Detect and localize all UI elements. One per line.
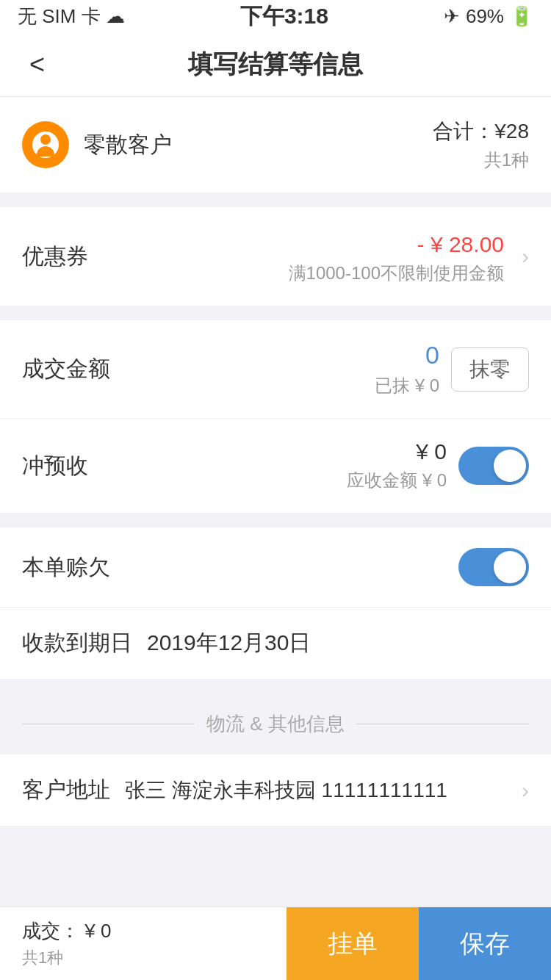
bottom-deal: 成交： ¥ 0 [22,918,264,944]
battery-icon: 🔋 [510,5,533,28]
prepay-value: ¥ 0 [347,439,447,464]
page-title: 填写结算等信息 [188,48,363,82]
deal-amount-row: 成交金额 0 已抹 ¥ 0 抹零 [0,320,551,419]
coupon-row[interactable]: 优惠券 - ¥ 28.00 满1000-100不限制使用金额 › [0,207,551,306]
customer-section: 零散客户 合计：¥28 共1种 [0,97,551,192]
coupon-label: 优惠券 [22,242,88,272]
location-icon: ✈ [444,5,460,28]
due-date-row: 收款到期日 2019年12月30日 [0,608,551,679]
deal-amount-label: 成交金额 [22,354,110,384]
customer-name: 零散客户 [84,130,172,160]
status-bar: 无 SIM 卡 ☁ 下午3:18 ✈ 69% 🔋 [0,0,551,32]
save-button[interactable]: 保存 [419,907,551,980]
customer-total: 合计：¥28 共1种 [433,118,529,172]
due-date-label: 收款到期日 [22,628,132,658]
bottom-deal-value: ¥ 0 [84,920,111,942]
battery-status: 69% [466,5,504,28]
address-row[interactable]: 客户地址 张三 海淀永丰科技园 11111111111 › [0,754,551,826]
sim-status: 无 SIM 卡 ☁ [18,4,125,29]
logistics-header: 物流 & 其他信息 [0,693,551,754]
prepay-toggle[interactable] [458,447,529,485]
debt-label: 本单赊欠 [22,552,110,583]
total-count: 共1种 [433,148,529,172]
debt-section: 本单赊欠 收款到期日 2019年12月30日 [0,527,551,679]
nav-bar: < 填写结算等信息 [0,32,551,97]
debt-row: 本单赊欠 [0,527,551,608]
deal-amount-subtext: 已抹 ¥ 0 [375,374,439,397]
status-time: 下午3:18 [240,1,328,32]
prepay-right: ¥ 0 应收金额 ¥ 0 [347,439,529,492]
debt-toggle[interactable] [458,548,529,586]
amount-section: 成交金额 0 已抹 ¥ 0 抹零 冲预收 ¥ 0 应收金额 ¥ 0 [0,320,551,513]
bottom-info: 成交： ¥ 0 共1种 [0,907,287,980]
debt-toggle-knob [494,551,526,583]
address-label: 客户地址 [22,775,110,805]
prepay-stack: ¥ 0 应收金额 ¥ 0 [347,439,447,492]
coupon-right: - ¥ 28.00 满1000-100不限制使用金额 › [289,228,529,285]
chevron-right-icon: › [522,244,529,269]
bottom-bar: 成交： ¥ 0 共1种 挂单 保存 [0,907,551,980]
avatar-icon [32,131,59,158]
coupon-subtext: 满1000-100不限制使用金额 [289,262,504,285]
coupon-section[interactable]: 优惠券 - ¥ 28.00 满1000-100不限制使用金额 › [0,207,551,306]
coupon-discount: - ¥ 28.00 [289,232,504,257]
due-date-value: 2019年12月30日 [147,628,311,658]
prepay-label: 冲预收 [22,451,88,481]
hang-button[interactable]: 挂单 [287,907,419,980]
logistics-label: 物流 & 其他信息 [206,711,345,737]
deal-amount-right: 0 已抹 ¥ 0 抹零 [375,341,529,397]
avatar [22,121,69,168]
content: 零散客户 合计：¥28 共1种 优惠券 - ¥ 28.00 满1000-100不… [0,97,551,929]
address-section[interactable]: 客户地址 张三 海淀永丰科技园 11111111111 › [0,754,551,826]
status-left: 无 SIM 卡 ☁ [18,4,125,29]
round-off-button[interactable]: 抹零 [451,347,529,392]
total-amount: 合计：¥28 [433,118,529,145]
bottom-deal-label: 成交： [22,920,79,942]
debt-right [458,548,529,586]
prepay-row: 冲预收 ¥ 0 应收金额 ¥ 0 [0,419,551,513]
back-button[interactable]: < [22,42,52,87]
coupon-value-stack: - ¥ 28.00 满1000-100不限制使用金额 [289,228,504,285]
customer-left: 零散客户 [22,121,172,168]
prepay-subtext: 应收金额 ¥ 0 [347,469,447,492]
address-value: 张三 海淀永丰科技园 11111111111 [125,777,516,804]
toggle-knob [494,450,526,482]
address-chevron-icon: › [522,778,529,803]
deal-amount-value: 0 [375,341,439,370]
status-right: ✈ 69% 🔋 [444,5,533,28]
bottom-count: 共1种 [22,947,264,969]
deal-amount-stack: 0 已抹 ¥ 0 [375,341,439,397]
